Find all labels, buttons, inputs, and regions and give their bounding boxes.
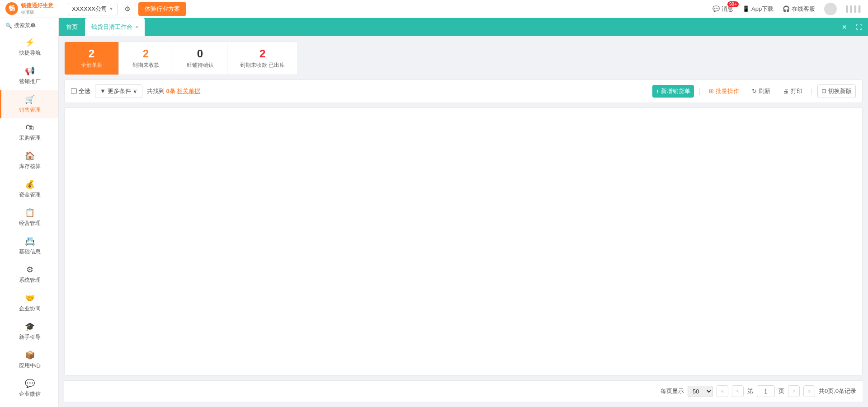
filter-icon: ▼ [100,88,106,94]
toolbar-divider [699,88,700,95]
sidebar: 🔍 搜索菜单 ⚡ 快捷导航 📢 营销推广 🛒 销售管理 🛍 采购管理 🏠 库存核… [0,18,59,407]
page-size-select[interactable]: 50 10 20 100 [688,386,713,397]
experience-btn[interactable]: 体验行业方案 [138,2,186,16]
stat-number-all: 2 [77,47,106,61]
batch-label: 批量操作 [716,87,739,95]
sidebar-item-purchase[interactable]: 🛍 采购管理 [0,118,58,146]
minimize-btn[interactable]: ✕ [839,22,850,33]
sidebar-item-sales[interactable]: 🛒 销售管理 [0,90,58,118]
switch-version-btn[interactable]: ⊡ 切换新版 [817,84,856,98]
guide-icon: 🎓 [25,322,35,332]
user-avatar[interactable] [824,3,837,15]
page-suffix: 页 [778,387,784,395]
filter-chevron: ∨ [133,88,137,94]
select-all-label: 全选 [79,87,90,95]
sidebar-item-label: 经营管理 [19,220,41,227]
app-download-btn[interactable]: 📱 App下载 [742,5,774,13]
print-label: 打印 [791,87,802,95]
stat-number-unship: 2 [240,47,285,61]
sidebar-item-label: 基础信息 [19,248,41,256]
logo-subtitle: 标准版 [21,9,53,15]
first-page-btn[interactable]: « [717,385,728,397]
user-name-text: ▌▌▌▌ [846,5,863,12]
content-area: 首页 钱货日清工作台 × ✕ ⛶ 2 全部单据 2 到期未收款 [59,18,868,407]
batch-btn[interactable]: ⊞ 批量操作 [705,85,743,98]
stat-label-overdue: 到期未收款 [132,61,160,69]
sidebar-item-guide[interactable]: 🎓 新手引导 [0,317,58,346]
sidebar-item-label: 库存核算 [19,163,41,170]
refresh-label: 刷新 [759,87,770,95]
sidebar-item-operations[interactable]: 📋 经营管理 [0,203,58,232]
total-records: 共0页,0条记录 [819,387,856,395]
sidebar-item-label: 采购管理 [19,134,41,142]
stat-card-unship[interactable]: 2 到期未收款 已出库 [227,42,297,75]
filter-button[interactable]: ▼ 更多条件 ∨ [95,84,142,98]
switch-label: 切换新版 [828,87,852,95]
sidebar-item-system[interactable]: ⚙ 系统管理 [0,260,58,289]
tab-bar-actions: ✕ ⛶ [839,22,868,33]
toolbar: 全选 ▼ 更多条件 ∨ 共找到 0条 相关单据 + 新增销货单 ⊞ [64,80,863,103]
sidebar-item-quick-nav[interactable]: ⚡ 快捷导航 [0,33,58,61]
select-all-input[interactable] [71,88,77,94]
sidebar-search[interactable]: 🔍 搜索菜单 [0,18,58,33]
last-page-btn[interactable]: » [803,385,815,397]
online-service-label: 在线客服 [792,5,815,13]
toolbar-divider2 [811,88,812,95]
switch-icon: ⊡ [821,88,826,94]
settings-button[interactable]: ⚙ [121,3,134,15]
app-center-icon: 📦 [25,350,35,360]
sidebar-item-capital[interactable]: 💰 资金管理 [0,175,58,203]
header-right: 💬 消息 99+ 📱 App下载 🎧 在线客服 ▌▌▌▌ [712,3,863,15]
refresh-btn[interactable]: ↻ 刷新 [748,85,774,98]
main-layout: 🔍 搜索菜单 ⚡ 快捷导航 📢 营销推广 🛒 销售管理 🛍 采购管理 🏠 库存核… [0,18,868,407]
sidebar-item-inventory[interactable]: 🏠 库存核算 [0,146,58,175]
next-page-btn[interactable]: > [788,385,800,397]
tab-close-icon[interactable]: × [135,24,138,30]
sidebar-item-app-center[interactable]: 📦 应用中心 [0,346,58,374]
headset-icon: 🎧 [783,5,790,12]
message-btn[interactable]: 💬 消息 99+ [712,5,733,13]
purchase-icon: 🛍 [26,123,34,132]
select-all-checkbox[interactable]: 全选 [71,87,90,95]
sidebar-item-member[interactable]: ◆ 畅会员 [0,402,58,407]
system-icon: ⚙ [26,265,33,275]
toolbar-right: + 新增销货单 ⊞ 批量操作 ↻ 刷新 🖨 打印 [652,84,856,98]
sidebar-item-label: 快捷导航 [19,49,41,57]
sidebar-item-marketing[interactable]: 📢 营销推广 [0,61,58,90]
tab-label: 钱货日清工作台 [91,23,132,31]
marketing-icon: 📢 [25,66,35,76]
related-link[interactable]: 相关单据 [177,88,200,94]
user-name[interactable]: ▌▌▌▌ [846,5,863,12]
add-btn[interactable]: + 新增销货单 [652,85,694,98]
stat-card-all[interactable]: 2 全部单据 [65,42,119,75]
sidebar-item-label: 资金管理 [19,191,41,199]
sidebar-item-wechat[interactable]: 💬 企业微信 [0,374,58,402]
tab-active[interactable]: 钱货日清工作台 × [85,18,145,36]
tab-bar: 首页 钱货日清工作台 × ✕ ⛶ [59,18,868,36]
print-btn[interactable]: 🖨 打印 [779,85,806,98]
logo-text-area: 畅捷通好生意 标准版 [21,2,53,15]
prev-page-btn[interactable]: < [732,385,744,397]
tab-home[interactable]: 首页 [59,18,85,36]
sidebar-item-label: 应用中心 [19,362,41,370]
company-selector[interactable]: XXXXXX公司 ▼ [68,3,118,15]
sidebar-item-basic-info[interactable]: 📇 基础信息 [0,232,58,260]
stat-label-unship: 到期未收款 已出库 [240,61,285,69]
sidebar-search-label: 搜索菜单 [14,22,36,29]
stat-number-overdue: 2 [132,47,160,61]
logo-area: 畅 畅捷通好生意 标准版 [5,2,64,15]
expand-btn[interactable]: ⛶ [854,22,864,33]
page-input[interactable] [757,385,775,397]
online-service-btn[interactable]: 🎧 在线客服 [783,5,815,13]
sidebar-item-enterprise[interactable]: 🤝 企业协同 [0,289,58,317]
page-content: 2 全部单据 2 到期未收款 0 旺铺待确认 2 到期未收款 已出库 [59,36,868,407]
enterprise-icon: 🤝 [25,293,35,303]
sales-icon: 🛒 [25,94,35,104]
app-download-icon: 📱 [742,5,750,12]
pagination-bar: 每页显示 50 10 20 100 « < 第 页 > » 共0页,0条记录 [64,380,863,402]
message-badge: 99+ [727,1,739,7]
toolbar-left: 全选 ▼ 更多条件 ∨ 共找到 0条 相关单据 [71,84,648,98]
stat-card-overdue[interactable]: 2 到期未收款 [119,42,173,75]
logo-icon: 畅 [5,2,18,15]
stat-card-pending[interactable]: 0 旺铺待确认 [173,42,227,75]
